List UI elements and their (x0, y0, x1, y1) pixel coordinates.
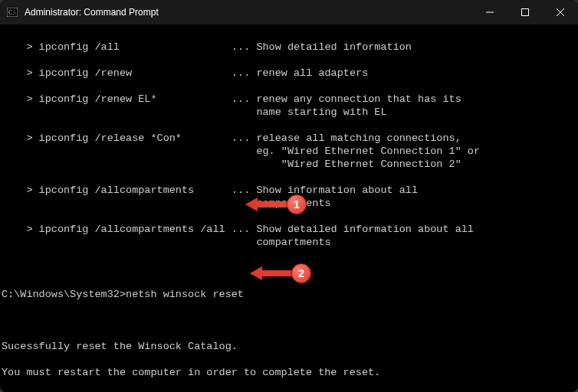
help-desc: ... renew any connection that has its na… (232, 93, 576, 119)
help-cmd: > ipconfig /all (2, 41, 232, 54)
output-line: You must restart the computer in order t… (2, 366, 576, 379)
minimize-button[interactable] (472, 0, 507, 24)
svg-text:C:\: C:\ (8, 9, 17, 16)
help-desc: ... Show detailed information about all … (232, 223, 576, 249)
window-controls (472, 0, 578, 24)
help-desc: ... Show information about all compartme… (232, 184, 576, 210)
close-button[interactable] (543, 0, 578, 24)
help-cmd: > ipconfig /release *Con* (2, 132, 232, 171)
help-cmd: > ipconfig /renew EL* (2, 93, 232, 119)
help-cmd: > ipconfig /allcompartments (2, 184, 232, 210)
window-title: Administrator: Command Prompt (25, 7, 159, 18)
maximize-button[interactable] (507, 0, 543, 24)
svg-rect-3 (522, 9, 529, 16)
terminal-output[interactable]: > ipconfig /all... Show detailed informa… (0, 24, 578, 392)
output-line: Sucessfully reset the Winsock Catalog. (2, 340, 576, 353)
prompt-path: C:\Windows\System32> (2, 289, 126, 300)
help-desc: ... release all matching connections, eg… (232, 132, 576, 171)
help-desc: ... renew all adapters (232, 67, 576, 80)
help-desc: ... Show detailed information (232, 41, 576, 54)
cmd-icon: C:\ (6, 6, 18, 18)
help-cmd: > ipconfig /renew (2, 67, 232, 80)
typed-command: netsh winsock reset (126, 289, 244, 300)
titlebar[interactable]: C:\ Administrator: Command Prompt (0, 0, 578, 24)
help-cmd: > ipconfig /allcompartments /all (2, 223, 232, 249)
command-prompt-window: C:\ Administrator: Command Prompt > ipco… (0, 0, 578, 392)
